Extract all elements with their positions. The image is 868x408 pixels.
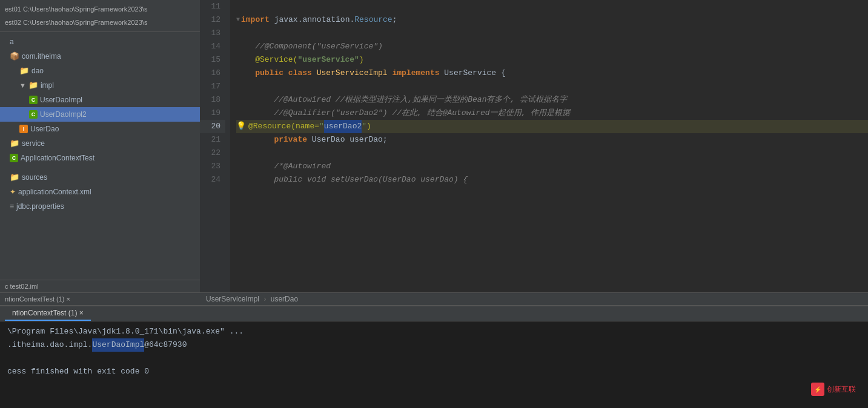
code-line-12: ▼ import javax.annotation. Resource ; (236, 13, 868, 27)
class-icon: C (10, 154, 18, 162)
code-resource: Resource (354, 13, 392, 27)
bulb-icon[interactable]: 💡 (236, 120, 246, 133)
bottom-tab-label[interactable]: ntionContextTest (1) × (0, 292, 200, 305)
sidebar-item-resources[interactable]: 📁 sources (0, 170, 200, 185)
bottom-tab-run[interactable]: ntionContextTest (1) × (5, 306, 91, 321)
keyword-public: public (236, 67, 288, 80)
comment-23: /*@Autowired (236, 160, 331, 173)
code-line-19: //@Qualifier("userDao2") //在此, 结合@Autowi… (236, 107, 868, 120)
sidebar-item-impl[interactable]: ▼ 📁 impl (0, 78, 200, 93)
test02-iml[interactable]: c test02.iml (5, 283, 195, 290)
string-quote1: " (319, 120, 324, 133)
line-num-14: 14 (200, 40, 225, 53)
code-line-21: private UserDao userDao; (236, 133, 868, 146)
xml-icon: ✦ (10, 186, 16, 198)
sidebar-item-userdao[interactable]: I UserDao (0, 122, 200, 136)
code-container: 11 12 13 14 15 16 17 18 19 20 21 22 23 2… (200, 0, 868, 305)
impl-label: impl (41, 79, 54, 91)
project-item-2[interactable]: est02 C:\Users\haohao\SpringFramework202… (0, 16, 200, 29)
line-num-11: 11 (200, 0, 225, 13)
watermark-label: 创新互联 (827, 384, 856, 395)
comment-19: //@Qualifier("userDao2") //在此, 结合@Autowi… (236, 107, 570, 120)
properties-icon: ≡ (10, 200, 14, 212)
bottom-line-3 (7, 352, 861, 365)
appcontexttest-label: ApplicationContextTest (21, 152, 94, 164)
package-label: com.itheima (22, 50, 61, 62)
package-icon: 📦 (10, 50, 19, 62)
userdaoimpl2-label: UserDaoImpl2 (40, 108, 87, 120)
code-line-16: public class UserServiceImpl implements … (236, 67, 868, 80)
sidebar-item-jdbc-properties[interactable]: ≡ jdbc.properties (0, 199, 200, 214)
folder-icon: 📁 (10, 137, 19, 150)
watermark: ⚡ 创新互联 (811, 383, 856, 396)
resources-label: sources (22, 171, 47, 183)
code-line-14: //@Component("userService") (236, 40, 868, 53)
sidebar-item-appcontext-xml[interactable]: ✦ applicationContext.xml (0, 185, 200, 199)
classname-userserviceimpl: UserServiceImpl (317, 67, 393, 80)
type-userdao: UserDao userDao; (312, 133, 388, 146)
editor-area: 11 12 13 14 15 16 17 18 19 20 21 22 23 2… (200, 0, 868, 305)
annotation-resource: @Resource( (248, 120, 296, 133)
code-line-11 (236, 0, 868, 13)
breadcrumb-separator: › (263, 295, 266, 303)
code-lines: 11 12 13 14 15 16 17 18 19 20 21 22 23 2… (200, 0, 868, 292)
sidebar-item-userdaoimpl[interactable]: C UserDaoImpl (0, 93, 200, 107)
main-area: est01 C:\Users\haohao\SpringFramework202… (0, 0, 868, 305)
service-label: service (22, 137, 45, 150)
jdbc-properties-label: jdbc.properties (16, 200, 64, 212)
sidebar-item-dao[interactable]: 📁 dao (0, 64, 200, 78)
code-line-15: @Service( "userService" ) (236, 53, 868, 67)
breadcrumb-member[interactable]: userDao (271, 295, 298, 303)
keyword-implements: implements (392, 67, 444, 80)
userdao-label: UserDao (30, 123, 59, 135)
folder-icon: 📁 (10, 171, 19, 183)
line-num-23: 23 (200, 160, 225, 173)
code-line-24: public void setUserDao(UserDao userDao) … (236, 173, 868, 186)
appcontext-xml-label: applicationContext.xml (18, 186, 91, 198)
line-num-22: 22 (200, 146, 225, 160)
string-quote2: " (362, 120, 366, 133)
sidebar-projects: est01 C:\Users\haohao\SpringFramework202… (0, 0, 200, 32)
sidebar-item-service[interactable]: 📁 service (0, 136, 200, 151)
chevron-down-icon: ▼ (19, 79, 26, 91)
code-line-13 (236, 27, 868, 40)
interface-icon: I (19, 125, 28, 133)
sidebar-item-com[interactable]: 📦 com.itheima (0, 49, 200, 64)
bottom-text-pre: .itheima.dao.impl. (7, 338, 92, 352)
bottom-line-2: .itheima.dao.impl. UserDaoImpl @64c87930 (7, 338, 861, 352)
folder-icon: 📁 (19, 65, 29, 77)
breadcrumb: UserServiceImpl › userDao (200, 292, 868, 305)
code-text: javax.annotation. (270, 13, 354, 27)
keyword-class: class (288, 67, 317, 80)
bottom-highlight-class: UserDaoImpl (92, 338, 144, 352)
code-line-22 (236, 146, 868, 160)
sidebar-tree: a 📦 com.itheima 📁 dao ▼ 📁 impl C UserDao… (0, 32, 200, 280)
line-num-24: 24 (200, 173, 225, 186)
comment-24: public void setUserDao(UserDao userDao) … (236, 173, 468, 186)
sidebar-item-appcontexttest[interactable]: C ApplicationContextTest (0, 151, 200, 165)
breadcrumb-class[interactable]: UserServiceImpl (206, 295, 259, 303)
line-num-16: 16 (200, 67, 225, 80)
bottom-text-4: cess finished with exit code 0 (7, 365, 149, 378)
folder-icon: 📁 (28, 79, 38, 91)
code-line-17 (236, 80, 868, 93)
keyword-private: private (236, 133, 312, 146)
code-line-20: 💡 @Resource( name= " userDao2 " ) (236, 120, 868, 133)
sidebar: est01 C:\Users\haohao\SpringFramework202… (0, 0, 200, 305)
annotation-service: @Service( (236, 53, 297, 67)
line-num-20: 20 (200, 120, 225, 133)
sidebar-item-a[interactable]: a (0, 35, 200, 49)
keyword-import: import (241, 13, 270, 27)
line-num-13: 13 (200, 27, 225, 40)
bottom-content: \Program Files\Java\jdk1.8.0_171\bin\jav… (0, 321, 868, 408)
bottom-text-1: \Program Files\Java\jdk1.8.0_171\bin\jav… (7, 325, 244, 338)
bottom-panel: ntionContextTest (1) × \Program Files\Ja… (0, 305, 868, 408)
code-line-23: /*@Autowired (236, 160, 868, 173)
sidebar-item-userdaoimpl2[interactable]: C UserDaoImpl2 (0, 107, 200, 122)
project-item-1[interactable]: est01 C:\Users\haohao\SpringFramework202… (0, 2, 200, 16)
fold-icon: ▼ (236, 13, 240, 27)
interface-name: UserService { (444, 67, 505, 80)
dao-label: dao (31, 65, 44, 77)
comment-14: //@Component("userService") (236, 40, 383, 53)
selected-userdao2: userDao2 (324, 120, 362, 133)
